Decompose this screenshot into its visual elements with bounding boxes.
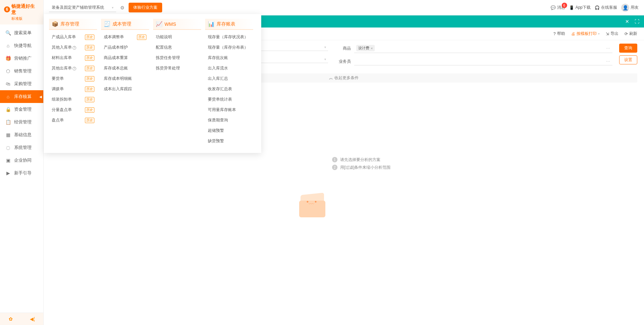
mega-item-1-0[interactable]: 成本调整单历史 <box>101 32 149 42</box>
nav-label: 快捷导航 <box>14 43 32 49</box>
sidebar-item-7[interactable]: 📋经营管理 <box>0 116 43 128</box>
history-badge[interactable]: 历史 <box>85 55 94 61</box>
mega-item-0-7[interactable]: 分量盘点单历史 <box>49 105 97 115</box>
mega-item-1-5[interactable]: 成本出入库跟踪 <box>101 84 149 94</box>
mega-item-0-2[interactable]: 材料出库单历史 <box>49 53 97 63</box>
online-service-link[interactable]: 🎧 在线客服 <box>595 5 617 10</box>
print-template-button[interactable]: 🖨 按模板打印 ▾ <box>571 31 600 37</box>
history-badge[interactable]: 历史 <box>85 107 94 113</box>
nav-label: 搜索菜单 <box>14 30 32 36</box>
mega-item-0-1[interactable]: 其他入库单?历史 <box>49 42 97 53</box>
mega-item-0-6[interactable]: 组装拆卸单历史 <box>49 94 97 105</box>
system-select-value: 装备及固定资产辅助管理系统 <box>52 5 104 10</box>
mega-item-0-8[interactable]: 盘点单历史 <box>49 115 97 125</box>
mega-item-1-1[interactable]: 产品成本维护 <box>101 42 149 53</box>
system-select[interactable]: 装备及固定资产辅助管理系统 ▾ <box>49 3 116 12</box>
history-badge[interactable]: 历史 <box>85 118 94 123</box>
history-badge[interactable]: 历史 <box>85 66 94 71</box>
sidebar-item-6[interactable]: 🔒资金管理 <box>0 103 43 116</box>
mega-item-label: 要货单 <box>52 76 64 82</box>
step-1-text: 请先选择要分析的方案 <box>340 157 380 163</box>
mega-item-2-1[interactable]: 配置信息 <box>153 42 201 53</box>
mega-item-label: 拣货任务管理 <box>156 55 180 61</box>
history-badge[interactable]: 历史 <box>137 35 146 40</box>
sidebar-item-0[interactable]: 🔍搜索菜单 <box>0 26 43 39</box>
mega-item-3-8[interactable]: 保质期查询 <box>205 115 253 125</box>
sidebar-item-10[interactable]: ▣企业协同 <box>0 154 43 167</box>
empty-step-2: 2 用[过滤]条件来缩小分析范围 <box>332 165 391 170</box>
help-button[interactable]: ? 帮助 <box>553 31 565 37</box>
query-button[interactable]: 查询 <box>619 44 637 53</box>
more-icon[interactable]: ⋯ <box>606 46 610 51</box>
sidebar-item-4[interactable]: 🛍采购管理 <box>0 77 43 90</box>
mega-item-label: 配置信息 <box>156 45 172 50</box>
product-field[interactable]: 设计费 × ⋯ <box>354 44 612 53</box>
empty-illustration: •﹏• 1 请先选择要分析的方案 2 用[过滤]条件来缩小分析范围 <box>297 191 391 217</box>
history-badge[interactable]: 历史 <box>85 97 94 102</box>
sidebar-item-5[interactable]: ⌂库存核算 <box>0 90 43 103</box>
mega-item-3-7[interactable]: 可用量库存账本 <box>205 105 253 115</box>
history-badge[interactable]: 历史 <box>85 76 94 82</box>
product-tag[interactable]: 设计费 × <box>356 45 375 51</box>
settings-button[interactable]: 设置 <box>619 55 637 64</box>
more-icon[interactable]: ⋯ <box>606 59 610 64</box>
messages-link[interactable]: 💬 消息 6 <box>551 5 565 10</box>
mega-item-label: 其他出库单? <box>52 65 76 71</box>
mega-head-icon: 📈 <box>156 21 163 27</box>
sidebar-item-2[interactable]: 🎁营销推广 <box>0 52 43 65</box>
mega-item-3-1[interactable]: 现存量（库存分布表） <box>205 42 253 53</box>
sidebar-item-3[interactable]: ⬡销售管理 <box>0 65 43 77</box>
user-menu[interactable]: 👤 用友 <box>621 4 639 12</box>
sidebar-item-11[interactable]: ▶新手引导 <box>0 167 43 179</box>
user-name: 用友 <box>631 5 639 10</box>
collapse-bar-label: 收起更多条件 <box>334 75 359 80</box>
mega-item-1-2[interactable]: 商品成本重算 <box>101 53 149 63</box>
mega-item-3-4[interactable]: 出入库汇总 <box>205 73 253 84</box>
mega-item-0-0[interactable]: 产成品入库单历史 <box>49 32 97 42</box>
mega-item-3-5[interactable]: 收发存汇总表 <box>205 84 253 94</box>
mega-item-0-5[interactable]: 调拨单历史 <box>49 84 97 94</box>
sidebar-item-1[interactable]: ⌂快捷导航 <box>0 39 43 52</box>
mega-item-3-2[interactable]: 库存批次账 <box>205 53 253 63</box>
sidebar-item-8[interactable]: ▦基础信息 <box>0 128 43 141</box>
chevron-down-icon: ▾ <box>112 6 113 9</box>
nav-label: 经营管理 <box>14 119 32 125</box>
history-badge[interactable]: 历史 <box>85 45 94 50</box>
mega-head-title: 库存账表 <box>217 21 235 27</box>
mega-head-icon: 📊 <box>208 21 215 27</box>
sidebar-item-9[interactable]: ◌系统管理 <box>0 141 43 154</box>
box-illustration: •﹏• <box>297 191 327 217</box>
nav-label: 采购管理 <box>14 81 32 87</box>
tag-remove-icon[interactable]: × <box>371 46 373 50</box>
mega-item-3-10[interactable]: 缺货预警 <box>205 136 253 146</box>
mega-item-label: 缺货预警 <box>208 138 224 144</box>
mega-item-1-4[interactable]: 库存成本明细账 <box>101 73 149 84</box>
mega-item-0-3[interactable]: 其他出库单?历史 <box>49 63 97 73</box>
mega-menu: 📦库存管理产成品入库单历史其他入库单?历史材料出库单历史其他出库单?历史要货单历… <box>44 14 261 153</box>
history-badge[interactable]: 历史 <box>85 35 94 40</box>
salesperson-field[interactable]: ⋯ <box>354 58 612 65</box>
mega-head: 📊库存账表 <box>205 19 253 30</box>
fullscreen-icon[interactable]: ⛶ <box>633 17 641 25</box>
settings-icon[interactable]: ✿ <box>0 313 22 325</box>
logo: 6 畅捷通好生意 标准版 <box>0 0 43 24</box>
mega-item-0-4[interactable]: 要货单历史 <box>49 73 97 84</box>
mega-item-2-3[interactable]: 拣货异常处理 <box>153 63 201 73</box>
mega-item-3-9[interactable]: 超储预警 <box>205 125 253 136</box>
industry-button[interactable]: 体验行业方案 <box>129 3 162 12</box>
mega-item-3-3[interactable]: 出入库流水 <box>205 63 253 73</box>
mega-item-label: 库存成本明细账 <box>104 76 132 82</box>
refresh-button[interactable]: ⟳ 刷新 <box>625 31 637 37</box>
mega-item-label: 保质期查询 <box>208 117 228 123</box>
mega-item-2-2[interactable]: 拣货任务管理 <box>153 53 201 63</box>
gear-icon[interactable]: ⚙ <box>120 5 125 10</box>
app-download-link[interactable]: 📱 App下载 <box>569 5 591 10</box>
mega-item-2-0[interactable]: 功能说明 <box>153 32 201 42</box>
export-button[interactable]: ⇲ 导出 <box>606 31 618 37</box>
tab-close-all-icon[interactable]: ✕ <box>624 17 631 25</box>
mega-item-3-0[interactable]: 现存量（库存状况表） <box>205 32 253 42</box>
mega-item-1-3[interactable]: 库存成本总账 <box>101 63 149 73</box>
history-badge[interactable]: 历史 <box>85 87 94 92</box>
mega-item-3-6[interactable]: 要货单统计表 <box>205 94 253 105</box>
collapse-sidebar-icon[interactable]: ◀¦ <box>22 313 44 325</box>
